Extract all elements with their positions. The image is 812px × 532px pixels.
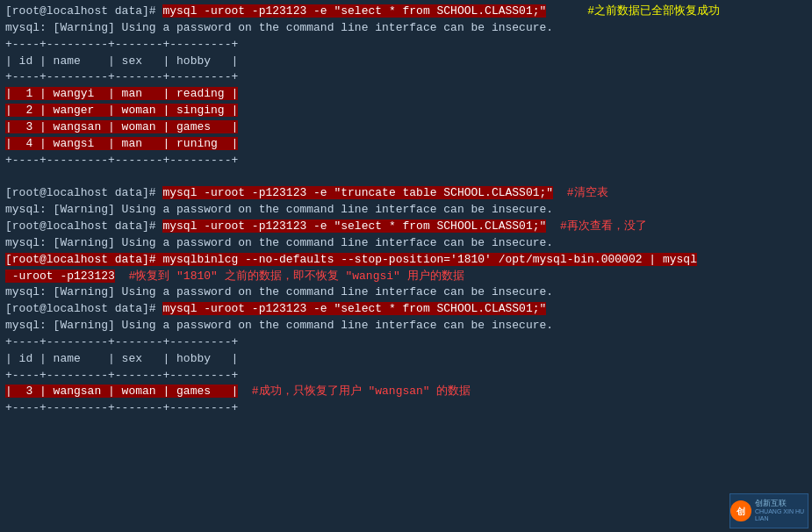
terminal: [root@localhost data]# mysql -uroot -p12… [0,0,812,532]
comment-final: #成功，只恢复了用户 "wangsan" 的数据 [238,385,471,398]
line-binlog-2: -uroot -p123123 #恢复到 "1810" 之前的数据，即不恢复 "… [5,269,807,285]
table-header-2: | id | name | sex | hobby | [5,351,807,368]
cmd-binlog: [root@localhost data]# mysqlbinlcg --no-… [5,253,697,266]
line-truncate: [root@localhost data]# mysql -uroot -p12… [5,185,807,202]
cmd-select-3: mysql -uroot -p123123 -e "select * from … [162,302,546,315]
row-4-data: | 4 | wangsi | man | runing | [5,137,238,150]
table-border-6: +----+---------+-------+---------+ [5,400,807,417]
table-border-5: +----+---------+-------+---------+ [5,368,807,385]
table-header-1: | id | name | sex | hobby | [5,54,807,70]
comment-truncate: #清空表 [553,186,607,199]
table-row-final: | 3 | wangsan | woman | games | #成功，只恢复了… [5,384,807,400]
logo-icon: 创 [730,500,751,521]
comment-binlog: #恢复到 "1810" 之前的数据，即不恢复 "wangsi" 用户的数据 [115,270,464,283]
row-2-data: | 2 | wanger | woman | singing | [5,104,238,117]
table-row-4: | 4 | wangsi | man | runing | [5,136,807,153]
blank-1 [5,169,807,185]
table-border-2: +----+---------+-------+---------+ [5,69,807,86]
cmd-binlog-cont: -uroot -p123123 [5,270,115,283]
row-3-data: | 3 | wangsan | woman | games | [5,120,238,133]
table-border-4: +----+---------+-------+---------+ [5,334,807,351]
prompt-1: [root@localhost data]# [5,4,162,18]
warning-4: mysql: [Warning] Using a password on the… [5,284,807,301]
table-row-2: | 2 | wanger | woman | singing | [5,103,807,119]
prompt-3: [root@localhost data]# [5,219,162,233]
logo-svg: 创 [730,500,751,521]
warning-3: mysql: [Warning] Using a password on the… [5,235,807,252]
cmd-truncate: mysql -uroot -p123123 -e "truncate table… [162,186,553,199]
row-1-data: | 1 | wangyi | man | reading | [5,87,238,100]
row-final-data: | 3 | wangsan | woman | games | [5,385,238,398]
line-binlog-1: [root@localhost data]# mysqlbinlcg --no-… [5,252,807,269]
warning-2: mysql: [Warning] Using a password on the… [5,202,807,219]
cmd-1: mysql -uroot -p123123 -e "select * from … [162,4,546,18]
table-border-1: +----+---------+-------+---------+ [5,37,807,54]
line-select-2: [root@localhost data]# mysql -uroot -p12… [5,219,807,235]
cmd-select-2: mysql -uroot -p123123 -e "select * from … [162,219,546,233]
logo-watermark: 创 创新互联 CHUANG XIN HU LIAN [729,493,808,528]
logo-line2: CHUANG XIN HU LIAN [755,508,808,523]
svg-text:创: 创 [736,507,745,516]
table-row-1: | 1 | wangyi | man | reading | [5,86,807,103]
table-border-3: +----+---------+-------+---------+ [5,153,807,169]
comment-select-2: #再次查看，没了 [546,219,646,233]
logo-text: 创新互联 CHUANG XIN HU LIAN [755,499,808,523]
logo-line1: 创新互联 [755,499,808,508]
comment-first: #之前数据已全部恢复成功 [587,4,720,18]
warning-1: mysql: [Warning] Using a password on the… [5,20,807,37]
warning-5: mysql: [Warning] Using a password on the… [5,318,807,334]
prompt-4: [root@localhost data]# [5,302,162,315]
line-select-3: [root@localhost data]# mysql -uroot -p12… [5,301,807,318]
line-1: [root@localhost data]# mysql -uroot -p12… [5,4,807,20]
prompt-2: [root@localhost data]# [5,186,162,199]
table-row-3: | 3 | wangsan | woman | games | [5,119,807,136]
